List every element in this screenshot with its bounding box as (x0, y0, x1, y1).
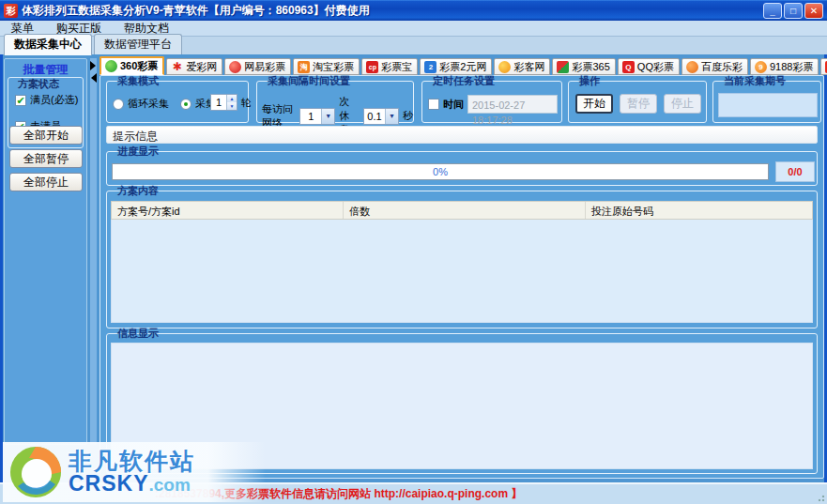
qq-icon: Q (622, 61, 635, 73)
interval-title: 采集间隔时间设置 (265, 74, 353, 88)
operation-title: 操作 (576, 74, 603, 88)
site-tab-bar: 360彩票 ✱爱彩网 网易彩票 淘淘宝彩票 cp彩票宝 2彩票2元网 彩客网 彩… (100, 55, 824, 75)
col-multiple[interactable]: 倍数 (344, 202, 586, 219)
collapse-right-icon[interactable] (90, 61, 96, 70)
watermark-tld: .com (149, 475, 191, 495)
checkbox-full-label: 满员(必选) (30, 93, 78, 107)
site-tab-label: 百度乐彩 (701, 60, 743, 74)
chevron-down-icon[interactable]: ▼ (385, 109, 398, 124)
caike-icon (498, 61, 511, 73)
sidebar-splitter[interactable] (90, 58, 97, 445)
9188-icon: 9 (755, 61, 767, 73)
site-tab-360caipiao[interactable]: 360彩票 (100, 56, 164, 75)
radio-loop-collect[interactable]: 循环采集 (113, 97, 169, 111)
collect-panel: 采集模式 循环采集 采集 1 ▲▼ 轮 采集间隔时间设置 每访问网络 (100, 75, 824, 479)
plan-status-title: 方案状态 (18, 77, 59, 91)
site-tab-qq[interactable]: QQQ彩票 (618, 58, 680, 75)
window-title: 体彩排列五数据采集分析V9-青苹软件【用户编号：860963】付费使用 (22, 3, 763, 19)
close-icon[interactable]: ✕ (804, 3, 823, 19)
tab-data-manage-platform[interactable]: 数据管理平台 (94, 34, 182, 54)
plan-content-title: 方案内容 (115, 184, 161, 198)
site-tab-caike[interactable]: 彩客网 (494, 58, 550, 75)
app-icon: 彩 (4, 4, 18, 18)
col-plan-id[interactable]: 方案号/方案id (112, 202, 344, 219)
operation-group: 操作 开始 暂停 停止 (568, 81, 707, 123)
radio-loop-icon[interactable] (113, 99, 124, 110)
sidebar-title: 批量管理 (5, 62, 86, 78)
timer-controls: 时间 2015-02-27 18:17:28 (428, 95, 558, 114)
site-tab-9188[interactable]: 99188彩票 (750, 58, 819, 75)
site-tab-aicai[interactable]: ✱爱彩网 (166, 58, 222, 75)
timer-group: 定时任务设置 时间 2015-02-27 18:17:28 (421, 81, 562, 123)
checkbox-full[interactable]: ✔ 满员(必选) (15, 93, 78, 107)
site-tab-label: 彩票365 (572, 60, 609, 74)
site-tab-label: 网易彩票 (244, 60, 285, 74)
resize-grip[interactable] (814, 491, 825, 502)
taobao-icon: 淘 (298, 61, 310, 73)
radio-loop-label: 循环采集 (128, 97, 169, 111)
rounds-unit: 轮 (241, 96, 252, 110)
start-all-button[interactable]: 全部开始 (9, 126, 83, 145)
aicai-icon: ✱ (171, 61, 183, 73)
batch-manage-sidebar: 批量管理 方案状态 ✔ 满员(必选) ✔ 未满员 全部开始 全部暂停 全部停止 (4, 58, 87, 445)
app-window: 彩 体彩排列五数据采集分析V9-青苹软件【用户编号：860963】付费使用 _ … (0, 0, 827, 504)
site-tab-sogou[interactable]: 8搜狗彩票 (820, 58, 827, 75)
site-tab-netease[interactable]: 网易彩票 (224, 58, 291, 75)
interval-unit: 秒 (403, 109, 413, 123)
site-tab-caipiaobao[interactable]: cp彩票宝 (361, 58, 418, 75)
visits-select[interactable]: 1 ▼ (299, 108, 335, 125)
rest-value: 0.1 (364, 109, 385, 124)
site-tab-label: 彩票2元网 (439, 60, 486, 74)
plan-table-body[interactable] (111, 220, 813, 323)
radio-count-icon[interactable] (180, 99, 191, 110)
site-tab-label: 360彩票 (120, 59, 158, 73)
2yuan-icon: 2 (424, 61, 436, 73)
baidu-icon (686, 61, 698, 73)
site-tab-label: 9188彩票 (770, 60, 813, 74)
caipiao365-icon (557, 61, 569, 73)
watermark-domain: CRSKY (69, 471, 149, 496)
pause-button[interactable]: 暂停 (620, 94, 657, 114)
stop-all-button[interactable]: 全部停止 (9, 173, 83, 191)
progress-group: 进度显示 0% 0/0 (106, 151, 818, 186)
rounds-value[interactable]: 1 (211, 95, 226, 110)
collapse-left-icon[interactable] (91, 73, 97, 83)
current-period-field[interactable] (718, 93, 818, 117)
caipiaobao-icon: cp (366, 61, 378, 73)
timer-checkbox[interactable] (428, 99, 439, 110)
stop-button[interactable]: 停止 (664, 94, 701, 114)
site-tab-baidu[interactable]: 百度乐彩 (682, 58, 748, 75)
crsky-logo-icon (8, 445, 63, 499)
timer-checkbox-label: 时间 (443, 98, 464, 112)
spin-up-icon[interactable]: ▲ (227, 95, 237, 102)
title-bar: 彩 体彩排列五数据采集分析V9-青苹软件【用户编号：860963】付费使用 _ … (0, 0, 827, 21)
site-tab-label: 彩票宝 (381, 60, 412, 74)
main-tab-bar: 数据采集中心 数据管理平台 (0, 37, 827, 54)
rounds-stepper[interactable]: 1 ▲▼ (210, 94, 237, 111)
prompt-info-bar: 提示信息 (106, 126, 818, 144)
interval-group: 采集间隔时间设置 每访问网络 1 ▼ 次休息 0.1 ▼ 秒 (256, 81, 414, 123)
plan-table-header: 方案号/方案id 倍数 投注原始号码 (111, 201, 813, 220)
chevron-down-icon[interactable]: ▼ (321, 109, 334, 124)
start-button[interactable]: 开始 (575, 94, 613, 114)
current-period-group: 当前采集期号 (712, 81, 821, 123)
spin-down-icon[interactable]: ▼ (227, 102, 237, 110)
checkbox-full-icon[interactable]: ✔ (15, 95, 26, 106)
info-display-title: 信息显示 (115, 327, 161, 341)
minimize-icon[interactable]: _ (763, 3, 782, 19)
col-bet-numbers[interactable]: 投注原始号码 (586, 202, 812, 219)
360caipiao-icon (105, 60, 117, 72)
collect-mode-title: 采集模式 (115, 74, 161, 88)
progress-counter: 0/0 (775, 161, 815, 182)
site-tab-label: QQ彩票 (637, 60, 674, 74)
rest-select[interactable]: 0.1 ▼ (363, 108, 399, 125)
rounds-control: 1 ▲▼ 轮 (210, 94, 252, 111)
site-tab-365[interactable]: 彩票365 (552, 58, 615, 75)
tab-data-collect-center[interactable]: 数据采集中心 (4, 34, 92, 55)
timer-datetime-field[interactable]: 2015-02-27 18:17:28 (467, 95, 558, 114)
visits-value: 1 (300, 109, 321, 124)
pause-all-button[interactable]: 全部暂停 (9, 149, 83, 168)
site-tab-2yuan[interactable]: 2彩票2元网 (420, 58, 492, 75)
site-tab-taobao[interactable]: 淘淘宝彩票 (293, 58, 360, 75)
maximize-icon[interactable]: □ (784, 3, 803, 19)
